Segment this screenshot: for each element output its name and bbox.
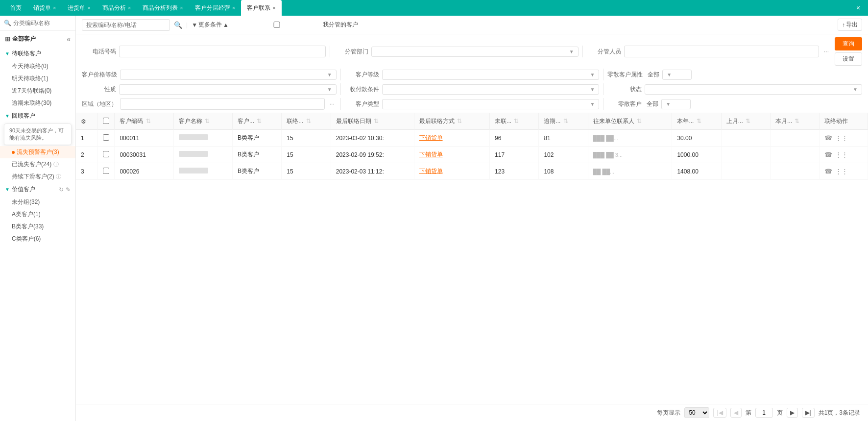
- cell-last-method: 下销货单: [414, 130, 490, 147]
- close-productlist-icon[interactable]: ×: [180, 0, 183, 16]
- contact-action-icon[interactable]: ☎: [824, 168, 832, 175]
- col-last-date[interactable]: 最后联络日期 ⇅: [331, 113, 414, 130]
- col-contact[interactable]: 联络... ⇅: [282, 113, 331, 130]
- cell-code: 000011: [115, 130, 173, 147]
- nav-tab-salesorder[interactable]: 销货单 ×: [27, 0, 62, 16]
- last-page-button[interactable]: ▶|: [802, 408, 815, 418]
- col-last-month[interactable]: 上月... ⇅: [721, 113, 770, 130]
- col-code[interactable]: 客户编码 ⇅: [115, 113, 173, 130]
- sidebar-search-input[interactable]: [13, 20, 76, 26]
- nav-tab-purchaseorder[interactable]: 进货单 ×: [62, 0, 96, 16]
- atrisk-group-label: 回顾客户: [12, 112, 35, 120]
- retail-attr-dropdown[interactable]: ▼: [662, 70, 692, 80]
- nav-tab-productanalysis[interactable]: 商品分析 ×: [96, 0, 137, 16]
- nav-tab-customercontact[interactable]: 客户联系 ×: [241, 0, 281, 16]
- collapse-icon[interactable]: «: [67, 35, 71, 43]
- customer-grade-chevron-icon: ▼: [590, 72, 595, 77]
- nav-tab-customerseg[interactable]: 客户分层经营 ×: [189, 0, 241, 16]
- price-grade-dropdown[interactable]: ▼: [120, 70, 337, 80]
- refresh-icon[interactable]: ↻: [59, 186, 64, 193]
- col-index: ⚙: [76, 113, 98, 130]
- col-overdue[interactable]: 逾期... ⇅: [539, 113, 588, 130]
- phone-input[interactable]: [119, 46, 326, 57]
- sidebar-pending-group[interactable]: ▼ 待联络客户: [0, 47, 75, 60]
- nav-tab-productlist[interactable]: 商品分析列表 ×: [137, 0, 189, 16]
- status-chevron-icon: ▼: [853, 87, 858, 92]
- settings-button[interactable]: 设置: [835, 52, 862, 66]
- sidebar-item-churned[interactable]: 已流失客户(24) ⓘ: [0, 158, 75, 171]
- contact-action-icon[interactable]: ☎: [824, 151, 832, 158]
- row-checkbox[interactable]: [103, 151, 109, 157]
- settings-icon[interactable]: ⚙: [81, 118, 86, 125]
- sidebar-all-customers[interactable]: ⊞ 全部客户 «: [0, 31, 75, 47]
- sidebar-item-class-c[interactable]: C类客户(6): [0, 233, 75, 245]
- nav-home[interactable]: 首页: [4, 0, 27, 16]
- sidebar-item-class-a[interactable]: A类客户(1): [0, 208, 75, 221]
- customer-grade-dropdown[interactable]: ▼: [382, 70, 600, 80]
- my-customers-check[interactable]: [233, 22, 321, 28]
- close-productanalysis-icon[interactable]: ×: [128, 0, 131, 16]
- more-conditions-button[interactable]: ▼ 更多条件 ▲: [192, 21, 229, 29]
- nature-dropdown[interactable]: ▼: [119, 84, 337, 95]
- col-name[interactable]: 客户名称 ⇅: [173, 113, 232, 130]
- more-action-icon[interactable]: ⋮⋮: [835, 168, 848, 175]
- export-button[interactable]: ↑ 导出: [838, 19, 862, 31]
- first-page-button[interactable]: |◀: [713, 408, 726, 418]
- sidebar-item-class-b[interactable]: B类客户(33): [0, 221, 75, 233]
- region-input[interactable]: [120, 98, 325, 110]
- retail-attr-label: 零散客户属性: [607, 71, 643, 79]
- sidebar-item-today-contact[interactable]: 今天待联络(0): [0, 60, 75, 73]
- close-salesorder-icon[interactable]: ×: [53, 0, 56, 16]
- col-this-year[interactable]: 本年... ⇅: [672, 113, 721, 130]
- cell-this-month: [771, 163, 820, 180]
- row-checkbox[interactable]: [103, 168, 109, 174]
- col-uncontacted[interactable]: 未联... ⇅: [490, 113, 539, 130]
- payment-dropdown[interactable]: ▼: [382, 84, 600, 95]
- manager-input[interactable]: [624, 46, 819, 57]
- page-number-input[interactable]: [755, 408, 773, 418]
- close-all-button[interactable]: ×: [852, 2, 864, 14]
- prev-page-button[interactable]: ◀: [730, 408, 742, 418]
- my-customers-checkbox[interactable]: 我分管的客户: [233, 21, 358, 29]
- per-page-select[interactable]: 50 20 100: [684, 407, 709, 418]
- close-purchaseorder-icon[interactable]: ×: [87, 0, 90, 16]
- search-input[interactable]: [82, 19, 170, 31]
- more-action-icon[interactable]: ⋮⋮: [835, 151, 848, 158]
- sidebar-item-churn-warning[interactable]: 流失预警客户(3): [0, 146, 75, 158]
- col-this-month[interactable]: 本月... ⇅: [771, 113, 820, 130]
- retail-customer-dropdown[interactable]: ▼: [661, 99, 691, 109]
- contact-action-icon[interactable]: ☎: [824, 134, 832, 142]
- close-customercontact-icon[interactable]: ×: [272, 0, 275, 16]
- cell-this-year: 1000.00: [672, 147, 721, 163]
- customer-type-dropdown[interactable]: ▼: [382, 99, 600, 109]
- sidebar-atrisk-group[interactable]: ▼ 回顾客户: [0, 109, 75, 123]
- manager-dots[interactable]: ···: [822, 48, 831, 55]
- status-dropdown[interactable]: ▼: [645, 84, 862, 95]
- sidebar-all-label: 全部客户: [12, 35, 36, 43]
- row-checkbox[interactable]: [103, 134, 109, 141]
- last-method-link[interactable]: 下销货单: [419, 134, 443, 141]
- sidebar-item-declining[interactable]: 持续下滑客户(2) ⓘ: [0, 171, 75, 183]
- select-all-checkbox[interactable]: [103, 118, 109, 124]
- last-method-link[interactable]: 下销货单: [419, 151, 443, 158]
- col-last-method[interactable]: 最后联络方式 ⇅: [414, 113, 490, 130]
- sidebar-item-overdue-contact[interactable]: 逾期未联络(30): [0, 97, 75, 109]
- edit-icon[interactable]: ✎: [66, 186, 71, 193]
- col-contact-person[interactable]: 往来单位联系人 ⇅: [588, 113, 672, 130]
- next-page-button[interactable]: ▶: [787, 408, 798, 418]
- col-type[interactable]: 客户... ⇅: [233, 113, 282, 130]
- customer-type-label: 客户类型: [345, 100, 379, 108]
- region-dots[interactable]: ···: [328, 100, 337, 107]
- sidebar-item-tomorrow-contact[interactable]: 明天待联络(1): [0, 73, 75, 85]
- sidebar-item-week-contact[interactable]: 近7天待联络(0): [0, 85, 75, 97]
- close-customerseg-icon[interactable]: ×: [232, 0, 235, 16]
- sidebar-value-group[interactable]: ▼ 价值客户 ↻ ✎: [0, 183, 75, 196]
- dept-dropdown[interactable]: ▼: [371, 47, 578, 57]
- cell-contact-person: ███ ██ 3...: [588, 147, 672, 163]
- sidebar-item-ungrouped[interactable]: 未分组(32): [0, 196, 75, 208]
- last-method-link[interactable]: 下销货单: [419, 168, 443, 174]
- query-button[interactable]: 查询: [835, 37, 862, 50]
- more-action-icon[interactable]: ⋮⋮: [835, 134, 848, 142]
- search-button[interactable]: 🔍: [174, 21, 182, 29]
- nature-label: 性质: [82, 85, 116, 94]
